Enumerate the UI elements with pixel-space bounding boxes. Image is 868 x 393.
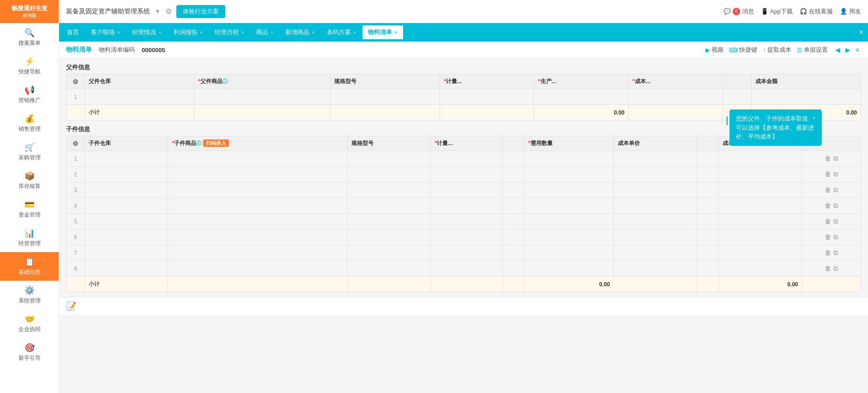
child-spec-cell-1[interactable]	[348, 151, 431, 167]
tab-profit[interactable]: 利润报告 ×	[168, 25, 208, 39]
child-spec-cell-7[interactable]	[348, 245, 431, 261]
delete-icon-7[interactable]: 🗑	[825, 249, 831, 257]
tab-product[interactable]: 商品 ×	[251, 25, 279, 39]
trial-button[interactable]: 体验行业方案	[176, 5, 225, 18]
delete-icon-1[interactable]: 🗑	[825, 155, 831, 163]
child-unitcost-cell-2[interactable]	[614, 167, 697, 182]
child-product-cell-8[interactable]	[168, 261, 348, 277]
next-record-button[interactable]: ▶	[844, 45, 852, 54]
sidebar-item-system[interactable]: ⚙️ 系统管理	[0, 281, 59, 309]
tab-bom[interactable]: 物料清单 ×	[362, 25, 403, 39]
child-th-settings[interactable]: ⚙	[66, 136, 85, 151]
child-unit-cell-6[interactable]	[431, 230, 502, 245]
parent-produce-cell[interactable]	[534, 89, 628, 105]
sidebar-item-search[interactable]: 🔍 搜索菜单	[0, 23, 59, 52]
sidebar-item-inventory[interactable]: 📦 库存核算	[0, 166, 59, 195]
parent-cost-cell[interactable]	[628, 89, 723, 105]
copy-icon-7[interactable]: ⧉	[833, 249, 838, 257]
parent-th-settings[interactable]: ⚙	[66, 74, 85, 89]
tab-home[interactable]: 首页	[61, 25, 84, 39]
delete-icon-4[interactable]: 🗑	[825, 202, 831, 210]
single-setting-action[interactable]: ☰ 单据设置	[797, 46, 828, 54]
sidebar-item-basic-info[interactable]: 📋 基础信息	[0, 252, 59, 281]
tab-operation[interactable]: 经营情况 ×	[127, 25, 167, 39]
tab-new-product[interactable]: 新增商品 ×	[280, 25, 320, 39]
child-warehouse-cell-4[interactable]	[85, 198, 168, 214]
child-unitcost-cell-4[interactable]	[614, 198, 697, 214]
child-unit-cell-8[interactable]	[431, 261, 502, 277]
child-spec-cell-8[interactable]	[348, 261, 431, 277]
tab-customer-close[interactable]: ×	[117, 30, 120, 35]
shortcut-action[interactable]: ⌨ 快捷键	[729, 46, 757, 54]
delete-icon-8[interactable]: 🗑	[825, 265, 831, 272]
extract-cost-action[interactable]: ↑ 提取成本	[763, 46, 791, 54]
sidebar-item-purchase[interactable]: 🛒 采购管理	[0, 138, 59, 166]
tab-bom-close[interactable]: ×	[394, 30, 397, 35]
copy-icon-8[interactable]: ⧉	[833, 265, 838, 272]
delete-icon-5[interactable]: 🗑	[825, 218, 831, 225]
parent-warehouse-cell[interactable]	[85, 89, 194, 105]
child-spec-cell-2[interactable]	[348, 167, 431, 182]
sidebar-item-enterprise[interactable]: 🤝 企业协同	[0, 309, 59, 338]
child-unitcost-cell-7[interactable]	[614, 245, 697, 261]
child-product-cell-3[interactable]	[168, 182, 348, 198]
copy-icon-2[interactable]: ⧉	[833, 170, 838, 178]
child-qty-cell-6[interactable]	[524, 230, 614, 245]
tab-product-close[interactable]: ×	[271, 30, 273, 35]
child-warehouse-cell-3[interactable]	[85, 182, 168, 198]
user-item[interactable]: 👤 用友	[840, 7, 861, 16]
child-warehouse-cell-5[interactable]	[85, 214, 168, 230]
settings-icon[interactable]: ⚙	[165, 7, 172, 16]
close-all-tabs-button[interactable]: ×	[857, 26, 866, 39]
child-product-cell-5[interactable]	[168, 214, 348, 230]
copy-icon-1[interactable]: ⧉	[833, 155, 838, 163]
child-unitcost-cell-5[interactable]	[614, 214, 697, 230]
child-warehouse-cell-6[interactable]	[85, 230, 168, 245]
child-unitcost-cell-8[interactable]	[614, 261, 697, 277]
list-view-button[interactable]: ≡	[854, 45, 861, 54]
child-qty-cell-2[interactable]	[524, 167, 614, 182]
parent-product-cell[interactable]	[194, 89, 330, 105]
sidebar-item-marketing[interactable]: 📢 营销推广	[0, 80, 59, 109]
child-unit-cell-4[interactable]	[431, 198, 502, 214]
child-product-cell-4[interactable]	[168, 198, 348, 214]
child-qty-cell-7[interactable]	[524, 245, 614, 261]
gear-icon[interactable]: ⚙	[72, 78, 78, 85]
message-item[interactable]: 💬 6 消息	[723, 7, 754, 16]
video-action[interactable]: ▶ 视频	[705, 46, 723, 54]
child-warehouse-cell-1[interactable]	[85, 151, 168, 167]
child-product-cell-1[interactable]	[168, 151, 348, 167]
child-unitcost-cell-1[interactable]	[614, 151, 697, 167]
child-qty-cell-3[interactable]	[524, 182, 614, 198]
delete-icon-2[interactable]: 🗑	[825, 170, 831, 178]
sidebar-item-guide[interactable]: 🎯 新手引导	[0, 338, 59, 367]
gear-icon[interactable]: ⚙	[72, 140, 78, 147]
copy-icon-6[interactable]: ⧉	[833, 233, 838, 241]
sidebar-item-sales[interactable]: 💰 销售管理	[0, 109, 59, 138]
child-qty-cell-5[interactable]	[524, 214, 614, 230]
child-unit-cell-7[interactable]	[431, 245, 502, 261]
child-product-cell-6[interactable]	[168, 230, 348, 245]
tab-barcode-close[interactable]: ×	[353, 30, 356, 35]
tooltip-close-button[interactable]: ×	[812, 114, 815, 122]
child-unit-cell-5[interactable]	[431, 214, 502, 230]
child-spec-cell-5[interactable]	[348, 214, 431, 230]
child-spec-cell-4[interactable]	[348, 198, 431, 214]
copy-icon-3[interactable]: ⧉	[833, 186, 838, 194]
sidebar-item-quick-nav[interactable]: ⚡ 快捷导航	[0, 52, 59, 80]
delete-icon-6[interactable]: 🗑	[825, 233, 831, 241]
child-spec-cell-6[interactable]	[348, 230, 431, 245]
child-qty-cell-4[interactable]	[524, 198, 614, 214]
app-download-item[interactable]: 📱 App下载	[761, 7, 793, 16]
tab-history[interactable]: 经营历程 ×	[209, 25, 249, 39]
child-product-cell-2[interactable]	[168, 167, 348, 182]
child-qty-cell-1[interactable]	[524, 151, 614, 167]
child-product-cell-7[interactable]	[168, 245, 348, 261]
child-unitcost-cell-3[interactable]	[614, 182, 697, 198]
copy-icon-4[interactable]: ⧉	[833, 202, 838, 210]
delete-icon-3[interactable]: 🗑	[825, 186, 831, 194]
parent-unit-cell[interactable]	[440, 89, 534, 105]
tab-operation-close[interactable]: ×	[158, 30, 161, 35]
tab-customer[interactable]: 客户联络 ×	[85, 25, 126, 39]
prev-record-button[interactable]: ◀	[833, 45, 842, 54]
